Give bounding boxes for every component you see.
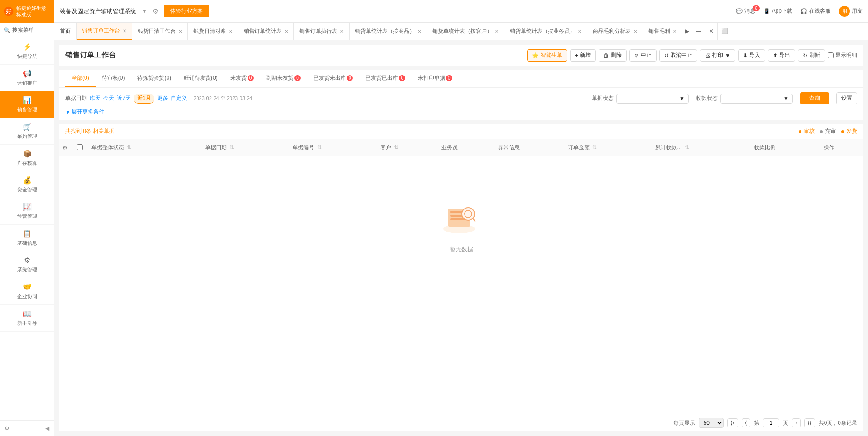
- sidebar-item-inventory[interactable]: 📦 库存核算: [0, 145, 54, 171]
- tab-cash-daily[interactable]: 钱货日清工作台 ✕: [132, 23, 188, 40]
- message-item[interactable]: 💬 6 消息: [736, 7, 755, 15]
- sidebar-item-purchase[interactable]: 🛒 采购管理: [0, 118, 54, 145]
- show-detail-checkbox[interactable]: [828, 52, 834, 58]
- cancel-stop-button[interactable]: ↺ 取消中止: [659, 49, 697, 62]
- cancel-review-btn[interactable]: 充审: [820, 128, 836, 135]
- export-button[interactable]: ⬆ 导出: [768, 49, 795, 62]
- tab-cash-account[interactable]: 钱货日清对账 ✕: [188, 23, 238, 40]
- tab-sales-exec[interactable]: 销售订单执行表 ✕: [294, 23, 350, 40]
- th-doc-status[interactable]: 单据整体状态 ⇅: [88, 139, 201, 156]
- select-all-checkbox[interactable]: [77, 144, 83, 150]
- sub-tab-wangpu-ship[interactable]: 旺铺待发货(0): [177, 70, 224, 87]
- tab-sales-profit[interactable]: 销售毛利 ✕: [643, 23, 682, 40]
- date-option-yesterday[interactable]: 昨天: [90, 95, 101, 102]
- tab-product-margin[interactable]: 商品毛利分析表 ✕: [587, 23, 643, 40]
- online-service-item[interactable]: 🎧 在线客服: [801, 7, 831, 15]
- smart-create-button[interactable]: ⭐ 智能生单: [527, 49, 567, 62]
- status-filter-select[interactable]: ▼: [616, 94, 689, 104]
- th-checkbox[interactable]: [73, 139, 88, 156]
- sub-tab-all[interactable]: 全部(0): [65, 70, 96, 87]
- date-option-today[interactable]: 今天: [103, 95, 114, 102]
- tab-sales-stat-staff[interactable]: 销货单统计表（按业务员） ✕: [504, 23, 587, 40]
- date-option-7days[interactable]: 近7天: [117, 95, 131, 102]
- tab-sales-stat[interactable]: 销售订单统计表 ✕: [238, 23, 294, 40]
- th-doc-date[interactable]: 单据日期 ⇅: [201, 139, 289, 156]
- tab-sales-stat-customer-close[interactable]: ✕: [495, 29, 499, 34]
- ship-btn[interactable]: 发货: [841, 128, 857, 135]
- sidebar-search[interactable]: 🔍 搜索菜单: [0, 23, 54, 38]
- topbar-settings-icon[interactable]: ⚙: [153, 8, 158, 15]
- sidebar-item-enterprise[interactable]: 🤝 企业协同: [0, 278, 54, 305]
- page-number-input[interactable]: [763, 418, 779, 427]
- review-btn[interactable]: 审核: [799, 128, 815, 135]
- tab-sales-stat-close[interactable]: ✕: [284, 29, 288, 34]
- tabs-overflow-btn[interactable]: ▶: [682, 28, 692, 34]
- tab-cash-daily-close[interactable]: ✕: [178, 29, 182, 34]
- tab-sales-stat-product[interactable]: 销货单统计表（按商品） ✕: [350, 23, 427, 40]
- show-detail-checkbox-label[interactable]: 显示明细: [828, 52, 857, 59]
- date-option-1month[interactable]: 近1月: [134, 94, 155, 104]
- user-item[interactable]: 用 用友: [839, 6, 863, 17]
- sub-tab-not-printed[interactable]: 未打印单据0: [412, 70, 459, 87]
- tab-sales-stat-customer[interactable]: 销货单统计表（按客户） ✕: [427, 23, 504, 40]
- tab-minimize-btn[interactable]: —: [692, 23, 705, 40]
- tab-cash-account-close[interactable]: ✕: [229, 29, 232, 34]
- tab-home[interactable]: 首页: [54, 23, 77, 40]
- th-ratio[interactable]: 收款比例: [750, 139, 820, 156]
- th-customer[interactable]: 客户 ⇅: [377, 139, 438, 156]
- tab-sales-stat-label: 销售订单统计表: [244, 28, 282, 35]
- sidebar-item-guide[interactable]: 📖 新手引导: [0, 305, 54, 332]
- tab-sales-exec-close[interactable]: ✕: [340, 29, 344, 34]
- sidebar-item-basic-info[interactable]: 📋 基础信息: [0, 225, 54, 251]
- solution-button[interactable]: 体验行业方案: [164, 5, 209, 17]
- tab-sales-stat-staff-close[interactable]: ✕: [578, 29, 581, 34]
- sidebar-item-quick-nav[interactable]: ⚡ 快捷导航: [0, 38, 54, 65]
- tab-sales-stat-product-close[interactable]: ✕: [417, 29, 421, 34]
- date-option-more[interactable]: 更多: [157, 95, 168, 102]
- delete-button[interactable]: 🗑 删除: [599, 49, 627, 62]
- sub-tab-shipped-not-out[interactable]: 已发货未出库0: [307, 70, 360, 87]
- tab-sales-profit-close[interactable]: ✕: [673, 29, 676, 34]
- payment-filter-select[interactable]: ▼: [720, 94, 793, 104]
- topbar-dropdown-icon[interactable]: ▼: [142, 8, 147, 14]
- per-page-select[interactable]: 50 100 200: [699, 418, 724, 428]
- sub-tab-not-shipped[interactable]: 未发货0: [224, 70, 260, 87]
- th-doc-no[interactable]: 单据编号 ⇅: [289, 139, 376, 156]
- stop-button[interactable]: ⊘ 中止: [629, 49, 657, 62]
- sub-tab-pending-check[interactable]: 待拣货验货(0): [131, 70, 177, 87]
- th-staff[interactable]: 业务员: [438, 139, 494, 156]
- sidebar-item-finance[interactable]: 💰 资金管理: [0, 171, 54, 198]
- last-page-btn[interactable]: ⟩⟩: [804, 418, 815, 427]
- import-button[interactable]: ⬇ 导入: [738, 49, 765, 62]
- th-collected[interactable]: 累计收款... ⇅: [652, 139, 750, 156]
- query-button[interactable]: 查询: [800, 92, 829, 104]
- date-option-custom[interactable]: 自定义: [171, 95, 187, 102]
- sidebar-collapse-icon[interactable]: ◀: [45, 425, 49, 431]
- tab-maximize-btn[interactable]: ⬜: [718, 23, 732, 40]
- th-amount[interactable]: 订单金额 ⇅: [564, 139, 652, 156]
- tab-product-margin-close[interactable]: ✕: [633, 29, 637, 34]
- status-select-arrow: ▼: [679, 95, 685, 102]
- expand-filter-btn[interactable]: ▼ 展开更多条件: [65, 108, 857, 116]
- th-abnormal[interactable]: 异常信息: [494, 139, 564, 156]
- tab-sales-order[interactable]: 销售订单工作台 ✕: [77, 23, 132, 40]
- sidebar-settings-icon[interactable]: ⚙: [5, 425, 10, 431]
- th-settings[interactable]: ⚙: [59, 139, 73, 156]
- set-button[interactable]: 设置: [836, 92, 857, 104]
- add-button[interactable]: + 新增: [570, 49, 596, 62]
- sidebar-item-sales[interactable]: 📊 销售管理: [0, 91, 54, 118]
- sidebar-item-marketing[interactable]: 📢 营销推广: [0, 65, 54, 91]
- sub-tab-pending-review[interactable]: 待审核(0): [96, 70, 131, 87]
- tab-close-all-btn[interactable]: ✕: [705, 23, 718, 40]
- sub-tab-shipped-out[interactable]: 已发货已出库0: [359, 70, 412, 87]
- refresh-button[interactable]: ↻ 刷新: [798, 49, 825, 62]
- next-page-btn[interactable]: ⟩: [792, 418, 801, 427]
- sidebar-item-operations[interactable]: 📈 经营管理: [0, 198, 54, 225]
- print-button[interactable]: 🖨 打印 ▼: [700, 49, 735, 62]
- tab-sales-order-close[interactable]: ✕: [123, 28, 126, 33]
- sub-tab-overdue-ship[interactable]: 到期未发货0: [260, 70, 307, 87]
- first-page-btn[interactable]: ⟨⟨: [727, 418, 738, 427]
- prev-page-btn[interactable]: ⟨: [742, 418, 750, 427]
- app-download-item[interactable]: 📱 App下载: [763, 7, 792, 15]
- sidebar-item-system[interactable]: ⚙ 系统管理: [0, 251, 54, 278]
